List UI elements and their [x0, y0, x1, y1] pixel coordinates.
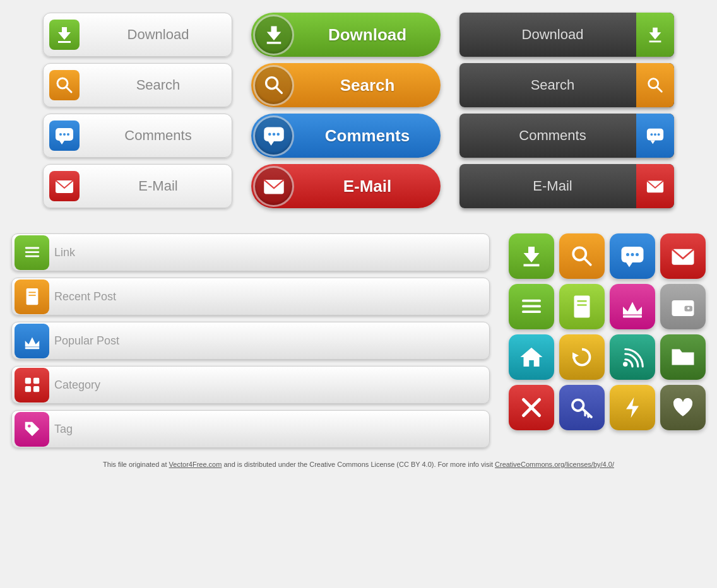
svg-rect-39	[33, 378, 39, 384]
grid-home-tile[interactable]	[509, 334, 554, 380]
style1-download-button[interactable]: Download	[43, 13, 232, 57]
svg-marker-20	[649, 28, 661, 40]
style3-email-label: E-Mail	[459, 178, 636, 194]
style1-comments-label: Comments	[85, 127, 232, 144]
recent-post-icon	[15, 279, 49, 314]
comments-svg	[54, 126, 74, 146]
svg-marker-64	[521, 348, 543, 367]
grid-wallet-tile[interactable]	[660, 284, 706, 329]
grid-close-tile[interactable]	[509, 385, 554, 430]
svg-rect-55	[522, 310, 541, 313]
page-svg	[23, 287, 42, 306]
svg-point-6	[59, 133, 62, 136]
wide-tag-button[interactable]: Tag	[11, 410, 490, 448]
grid-folder-tile[interactable]	[660, 334, 706, 380]
search-icon	[49, 70, 80, 100]
style3-search-icon	[641, 71, 669, 99]
grid-key-tile[interactable]	[559, 385, 605, 430]
main-content: Download Search	[11, 13, 706, 468]
grid-page-tile[interactable]	[559, 284, 605, 329]
download-icon-box	[44, 13, 85, 56]
style1-email-label: E-Mail	[85, 178, 232, 194]
grid-comment-tile[interactable]	[610, 233, 655, 279]
style1-download-label: Download	[85, 26, 232, 43]
email-icon	[49, 171, 80, 201]
grid-crown-icon	[620, 294, 645, 319]
svg-marker-43	[524, 247, 540, 262]
comments-icon	[49, 121, 80, 151]
style2-search-button[interactable]: Search	[251, 63, 441, 107]
svg-rect-32	[25, 256, 39, 257]
tag-icon	[15, 412, 49, 447]
style2-download-button[interactable]: Download	[251, 13, 441, 57]
svg-rect-54	[522, 305, 541, 308]
svg-marker-10	[266, 26, 281, 41]
grid-lightning-icon	[620, 395, 645, 420]
style1-email-button[interactable]: E-Mail	[43, 164, 232, 208]
style3-search-button[interactable]: Search	[459, 63, 674, 107]
style1-comments-button[interactable]: Comments	[43, 114, 232, 158]
svg-point-27	[654, 133, 656, 136]
style2-email-icon	[253, 166, 294, 207]
wide-category-button[interactable]: Category	[11, 366, 490, 404]
wide-recent-post-label: Recent Post	[54, 290, 489, 303]
download-svg2	[263, 23, 285, 46]
svg-rect-21	[649, 40, 661, 42]
svg-point-18	[276, 133, 280, 136]
style3-download-label: Download	[459, 26, 636, 43]
style3-download-button[interactable]: Download	[459, 13, 674, 57]
wide-popular-post-button[interactable]: Popular Post	[11, 322, 490, 360]
grid-heart-icon	[670, 395, 696, 420]
grid-rss-tile[interactable]	[610, 334, 655, 380]
download-svg3	[646, 25, 665, 44]
svg-point-8	[67, 133, 69, 136]
footer: This file originated at Vector4Free.com …	[11, 461, 706, 468]
svg-point-16	[268, 133, 271, 136]
grid-search-tile[interactable]	[559, 233, 605, 279]
footer-site1-link[interactable]: Vector4Free.com	[169, 461, 222, 468]
style2-search-icon	[253, 65, 294, 106]
style3-search-label: Search	[459, 77, 636, 93]
style1-search-label: Search	[85, 77, 232, 93]
style1-search-button[interactable]: Search	[43, 63, 232, 107]
grid-crown-tile[interactable]	[610, 284, 655, 329]
style3-download-icon	[641, 21, 669, 49]
svg-rect-1	[58, 41, 71, 43]
svg-point-42	[27, 425, 30, 428]
style2-email-button[interactable]: E-Mail	[251, 164, 441, 208]
svg-rect-30	[25, 247, 39, 249]
category-icon	[15, 368, 49, 403]
wide-recent-post-button[interactable]: Recent Post	[11, 278, 490, 315]
grid-rss-icon	[620, 344, 645, 370]
style3-comments-button[interactable]: Comments	[459, 114, 674, 158]
style3-email-icon	[641, 172, 669, 200]
tag-svg	[23, 420, 42, 438]
style2-comments-label: Comments	[294, 126, 441, 146]
grid-email-tile[interactable]	[660, 233, 706, 279]
wide-buttons-list: Link Recent Post	[11, 233, 490, 448]
grid-download-tile[interactable]	[509, 233, 554, 279]
top-section: Download Search	[11, 13, 706, 208]
grid-refresh-tile[interactable]	[559, 334, 605, 380]
grid-search-icon	[569, 244, 595, 269]
style2-comments-button[interactable]: Comments	[251, 114, 441, 158]
svg-rect-41	[33, 386, 39, 392]
style3-email-button[interactable]: E-Mail	[459, 164, 674, 208]
grid-heart-tile[interactable]	[660, 385, 706, 430]
svg-rect-44	[524, 264, 540, 267]
wide-link-button[interactable]: Link	[11, 233, 490, 271]
svg-rect-40	[25, 386, 30, 392]
svg-rect-11	[266, 42, 281, 44]
footer-site2-link[interactable]: CreativeCommons.org/licenses/by/4.0/	[495, 461, 614, 468]
wide-tag-label: Tag	[54, 423, 489, 436]
grid-menu-tile[interactable]	[509, 284, 554, 329]
search-svg2	[263, 74, 285, 97]
svg-marker-59	[623, 302, 642, 315]
svg-rect-57	[578, 300, 587, 302]
email-svg	[54, 176, 74, 196]
grid-lightning-tile[interactable]	[610, 385, 655, 430]
search-icon-box	[44, 64, 85, 107]
svg-marker-0	[58, 27, 71, 40]
svg-marker-36	[25, 337, 39, 346]
menu-svg	[23, 243, 42, 262]
